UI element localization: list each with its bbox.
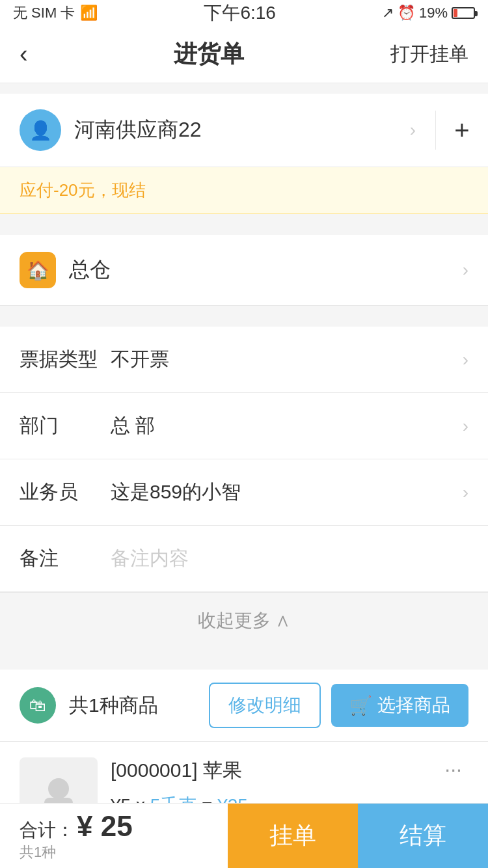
remark-label: 备注 xyxy=(20,545,111,572)
time-display: 下午6:16 xyxy=(204,1,276,25)
add-supplier-button[interactable]: + xyxy=(436,116,488,145)
supplier-chevron-icon: › xyxy=(410,120,416,141)
total-label: 合计： xyxy=(20,818,74,843)
footer: 合计： ¥ 25 共1种 挂单 结算 xyxy=(0,803,488,868)
footer-total-line: 合计： ¥ 25 xyxy=(20,810,208,843)
product-code: [0000001] xyxy=(111,759,197,781)
hang-order-button[interactable]: 挂单 xyxy=(228,804,358,868)
sales-rep-row[interactable]: 业务员 这是859的小智 › xyxy=(0,459,488,526)
product-title: 苹果 xyxy=(203,759,242,781)
warehouse-row[interactable]: 🏠 总仓 › xyxy=(0,235,488,306)
status-right: ↗ ⏰ 19% xyxy=(382,5,475,21)
department-value: 总 部 xyxy=(111,413,463,439)
status-left: 无 SIM 卡 📶 xyxy=(13,3,98,23)
edit-detail-button[interactable]: 修改明细 xyxy=(209,683,321,728)
invoice-type-label: 票据类型 xyxy=(20,346,111,373)
warehouse-icon: 🏠 xyxy=(20,252,56,288)
remark-row[interactable]: 备注 备注内容 xyxy=(0,526,488,592)
back-button[interactable]: ‹ xyxy=(20,40,28,68)
collapse-button[interactable]: 收起更多 ∧ xyxy=(0,592,488,649)
carrier-text: 无 SIM 卡 xyxy=(13,3,75,23)
page-title: 进货单 xyxy=(174,38,244,70)
supplier-avatar: 👤 xyxy=(20,109,61,151)
select-product-button[interactable]: 🛒 选择商品 xyxy=(331,684,468,727)
settle-button[interactable]: 结算 xyxy=(358,804,488,868)
sales-rep-label: 业务员 xyxy=(20,479,111,506)
divider-3 xyxy=(0,649,488,659)
supplier-section: 👤 河南供应商22 › + 应付-20元，现结 xyxy=(0,94,488,214)
cart-icon: 🛒 xyxy=(349,695,372,716)
divider-1 xyxy=(0,214,488,224)
product-header: 🛍 共1种商品 修改明细 🛒 选择商品 xyxy=(0,670,488,742)
battery-icon xyxy=(452,7,475,19)
supplier-row[interactable]: 👤 河南供应商22 › xyxy=(0,94,435,167)
department-chevron-icon: › xyxy=(463,416,468,437)
warehouse-name: 总仓 xyxy=(69,256,463,284)
nav-bar: ‹ 进货单 打开挂单 xyxy=(0,26,488,83)
product-count-text: 共1种商品 xyxy=(69,692,209,719)
open-pending-button[interactable]: 打开挂单 xyxy=(390,41,468,68)
shopping-bag-icon: 🛍 xyxy=(29,696,46,716)
wifi-icon: 📶 xyxy=(80,5,98,21)
warehouse-section: 🏠 总仓 › xyxy=(0,235,488,306)
avatar-icon: 👤 xyxy=(29,120,52,141)
form-section: 票据类型 不开票 › 部门 总 部 › 业务员 这是859的小智 › 备注 备注… xyxy=(0,327,488,649)
product-count-icon: 🛍 xyxy=(20,687,56,724)
status-bar: 无 SIM 卡 📶 下午6:16 ↗ ⏰ 19% xyxy=(0,0,488,26)
remark-input[interactable]: 备注内容 xyxy=(111,545,468,572)
invoice-type-row[interactable]: 票据类型 不开票 › xyxy=(0,327,488,393)
content-wrapper: 👤 河南供应商22 › + 应付-20元，现结 🏠 总仓 › 票据类型 不开票 … xyxy=(0,94,488,868)
product-more-button[interactable]: ··· xyxy=(438,757,468,781)
alarm-icon: ⏰ xyxy=(398,5,415,21)
total-amount: ¥ 25 xyxy=(77,810,133,843)
sales-rep-chevron-icon: › xyxy=(463,482,468,503)
supplier-row-wrapper: 👤 河南供应商22 › + xyxy=(0,94,488,167)
department-label: 部门 xyxy=(20,413,111,439)
product-name: [0000001] 苹果 xyxy=(111,757,438,784)
department-row[interactable]: 部门 总 部 › xyxy=(0,393,488,459)
invoice-chevron-icon: › xyxy=(463,349,468,370)
notice-bar: 应付-20元，现结 xyxy=(0,167,488,214)
sales-rep-value: 这是859的小智 xyxy=(111,479,463,506)
supplier-name: 河南供应商22 xyxy=(74,116,410,144)
battery-text: 19% xyxy=(419,5,448,21)
footer-total: 合计： ¥ 25 共1种 xyxy=(0,804,228,868)
divider-2 xyxy=(0,306,488,316)
warehouse-chevron-icon: › xyxy=(463,260,468,280)
invoice-type-value: 不开票 xyxy=(111,346,463,373)
footer-sub-text: 共1种 xyxy=(20,843,208,862)
select-product-label: 选择商品 xyxy=(377,693,450,718)
location-icon: ↗ xyxy=(382,5,394,21)
